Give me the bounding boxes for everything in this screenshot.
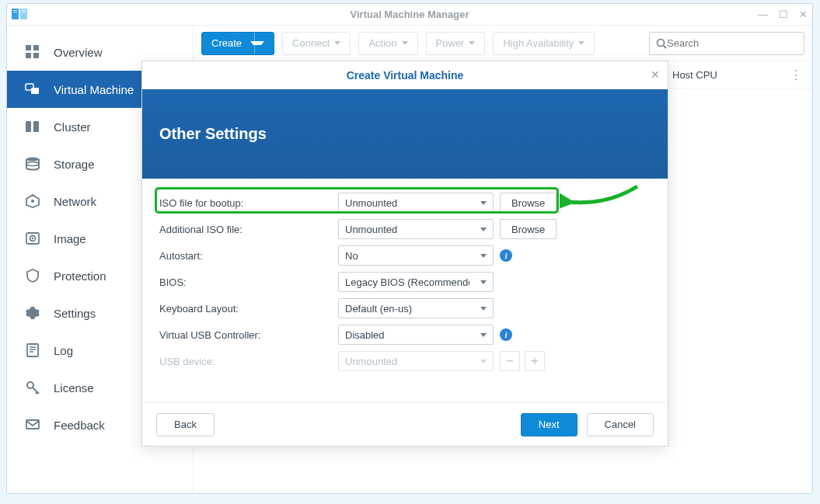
select-keyboard-layout[interactable]: Default (en-us): [338, 298, 494, 318]
remove-usb-device-button: −: [500, 351, 520, 371]
create-button-label: Create: [211, 37, 242, 49]
svg-rect-4: [22, 10, 26, 11]
image-icon: [24, 230, 41, 247]
svg-rect-21: [27, 344, 38, 356]
search-icon: [656, 38, 667, 49]
power-button[interactable]: Power: [426, 32, 486, 55]
chevron-down-icon: [578, 41, 584, 45]
svg-point-20: [32, 238, 33, 239]
svg-point-25: [27, 382, 33, 388]
label-iso-bootup: ISO file for bootup:: [159, 197, 338, 209]
label-autostart: Autostart:: [159, 250, 338, 262]
chevron-down-icon: [480, 333, 487, 337]
select-bios[interactable]: Legacy BIOS (Recommende: [338, 272, 494, 292]
chevron-down-icon: [480, 254, 487, 258]
sidebar-item-label: Log: [54, 344, 73, 357]
chevron-down-icon: [480, 228, 487, 231]
column-header-host-cpu[interactable]: Host CPU: [672, 69, 789, 81]
grid-icon: [24, 43, 41, 61]
svg-rect-8: [26, 53, 31, 58]
modal-body: ISO file for bootup: Unmounted Browse Ad…: [142, 179, 668, 402]
next-button[interactable]: Next: [521, 413, 577, 436]
log-icon: [24, 342, 41, 359]
sidebar-item-label: Storage: [54, 158, 95, 171]
storage-icon: [24, 155, 41, 172]
select-iso-bootup[interactable]: Unmounted: [338, 193, 494, 213]
svg-point-14: [26, 158, 39, 162]
sidebar-item-label: Virtual Machine: [54, 83, 134, 96]
svg-rect-3: [13, 12, 17, 12]
chevron-down-icon: [480, 360, 487, 363]
label-usb-device: USB device:: [159, 356, 338, 367]
row-iso-additional: Additional ISO file: Unmounted Browse: [159, 216, 655, 242]
search-input[interactable]: [667, 37, 797, 49]
svg-rect-26: [26, 420, 39, 429]
create-button[interactable]: Create: [201, 32, 274, 55]
chevron-down-icon: [480, 201, 487, 205]
window-maximize-icon[interactable]: ☐: [779, 9, 788, 20]
svg-line-28: [664, 46, 666, 48]
search-box[interactable]: [649, 32, 804, 55]
license-icon: [24, 379, 41, 396]
protection-icon: [24, 267, 41, 284]
chevron-down-icon: [480, 280, 487, 284]
titlebar: Virtual Machine Manager — ☐ ✕: [7, 4, 812, 26]
chevron-down-icon: [469, 41, 475, 45]
create-vm-modal: Create Virtual Machine ✕ Other Settings …: [141, 61, 668, 447]
svg-rect-11: [31, 88, 39, 94]
svg-point-17: [31, 200, 34, 203]
info-icon[interactable]: i: [500, 249, 512, 262]
chevron-down-icon: [480, 307, 487, 311]
feedback-icon: [24, 416, 41, 433]
modal-title: Create Virtual Machine: [347, 69, 464, 82]
column-options-icon[interactable]: ⋮: [789, 68, 803, 82]
ha-button[interactable]: High Availability: [493, 32, 595, 55]
info-icon[interactable]: i: [500, 328, 512, 341]
back-button[interactable]: Back: [156, 413, 215, 436]
select-usb-controller[interactable]: Disabled: [338, 325, 494, 345]
row-keyboard-layout: Keyboard Layout: Default (en-us): [159, 295, 655, 322]
close-icon[interactable]: ✕: [651, 68, 660, 81]
svg-rect-6: [26, 45, 31, 50]
sidebar-item-label: License: [54, 381, 94, 395]
svg-point-27: [658, 39, 665, 46]
svg-rect-7: [33, 45, 39, 50]
window-close-icon[interactable]: ✕: [799, 9, 808, 20]
label-usb-controller: Virtual USB Controller:: [159, 329, 338, 341]
chevron-down-icon: [402, 41, 408, 45]
cluster-icon: [24, 118, 41, 135]
svg-rect-5: [22, 12, 26, 12]
select-iso-additional[interactable]: Unmounted: [338, 219, 494, 239]
row-autostart: Autostart: No i: [159, 242, 655, 269]
sidebar-item-label: Overview: [54, 46, 103, 59]
row-iso-bootup: ISO file for bootup: Unmounted Browse: [159, 189, 655, 216]
browse-iso-bootup-button[interactable]: Browse: [500, 193, 557, 213]
action-button[interactable]: Action: [358, 32, 417, 55]
label-iso-additional: Additional ISO file:: [159, 224, 338, 235]
gear-icon: [24, 304, 41, 322]
svg-point-15: [26, 162, 39, 166]
window-minimize-icon[interactable]: —: [758, 9, 768, 20]
modal-footer: Back Next Cancel: [142, 402, 668, 446]
chevron-down-icon: [250, 41, 264, 45]
sidebar-item-label: Image: [54, 232, 86, 245]
browse-iso-additional-button[interactable]: Browse: [500, 219, 557, 239]
svg-rect-2: [13, 10, 17, 11]
network-icon: [24, 193, 41, 210]
chevron-down-icon: [334, 41, 340, 45]
cancel-button[interactable]: Cancel: [587, 413, 654, 436]
label-bios: BIOS:: [159, 276, 338, 288]
modal-titlebar: Create Virtual Machine ✕: [142, 61, 668, 89]
sidebar-item-label: Network: [54, 195, 96, 208]
svg-rect-9: [33, 53, 39, 58]
modal-heading: Other Settings: [142, 89, 668, 179]
connect-button[interactable]: Connect: [282, 32, 351, 55]
row-bios: BIOS: Legacy BIOS (Recommende: [159, 269, 655, 295]
svg-rect-13: [33, 121, 39, 132]
vm-icon: [24, 81, 41, 98]
sidebar-item-label: Feedback: [54, 419, 105, 432]
toolbar: Create Connect Action Power High Availab…: [194, 26, 812, 61]
row-usb-device: USB device: Unmounted − +: [159, 348, 655, 374]
sidebar-item-label: Protection: [54, 269, 106, 283]
select-autostart[interactable]: No: [338, 245, 494, 266]
